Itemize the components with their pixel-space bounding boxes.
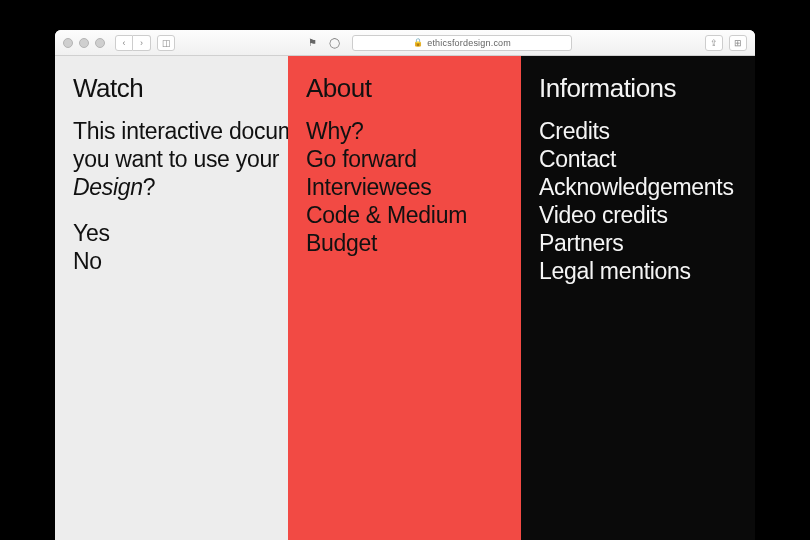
page-content: Watch This interactive documentary you w… [55,56,755,540]
browser-window: ‹ › ◫ ⚑ ◯ 🔒 ethicsfordesign.com ⇪ ⊞ Watc… [55,30,755,540]
prompt-qmark: ? [143,174,156,200]
info-item-video-credits[interactable]: Video credits [539,201,755,229]
about-title[interactable]: About [306,74,503,103]
about-list: Why? Go forward Interviewees Code & Medi… [306,117,503,257]
prompt-line: you want to use your [73,145,288,173]
option-no[interactable]: No [73,247,270,275]
watch-prompt: This interactive documentary you want to… [73,117,288,201]
url-text: ethicsfordesign.com [427,38,511,48]
prompt-italic: Design [73,174,143,200]
close-icon[interactable] [63,38,73,48]
about-item-code-medium[interactable]: Code & Medium [306,201,503,229]
option-yes[interactable]: Yes [73,219,270,247]
info-item-acknowledgements[interactable]: Acknowledgements [539,173,755,201]
browser-chrome: ‹ › ◫ ⚑ ◯ 🔒 ethicsfordesign.com ⇪ ⊞ [55,30,755,56]
about-item-interviewees[interactable]: Interviewees [306,173,503,201]
share-button[interactable]: ⇪ [705,35,723,51]
info-title[interactable]: Informations [539,74,755,103]
prompt-line: This interactive documentary [73,117,288,145]
window-controls [63,38,105,48]
forward-button[interactable]: › [133,35,151,51]
about-item-budget[interactable]: Budget [306,229,503,257]
minimize-icon[interactable] [79,38,89,48]
extension-icon[interactable]: ⚑ [308,37,317,48]
info-list: Credits Contact Acknowledgements Video c… [539,117,755,285]
info-item-credits[interactable]: Credits [539,117,755,145]
about-item-go-forward[interactable]: Go forward [306,145,503,173]
lock-icon: 🔒 [413,38,423,47]
info-item-legal-mentions[interactable]: Legal mentions [539,257,755,285]
nav-buttons: ‹ › [115,35,151,51]
about-item-why[interactable]: Why? [306,117,503,145]
info-item-partners[interactable]: Partners [539,229,755,257]
sidebar-button[interactable]: ◫ [157,35,175,51]
tabs-button[interactable]: ⊞ [729,35,747,51]
maximize-icon[interactable] [95,38,105,48]
watch-title[interactable]: Watch [73,74,270,103]
back-button[interactable]: ‹ [115,35,133,51]
info-item-contact[interactable]: Contact [539,145,755,173]
column-informations: Informations Credits Contact Acknowledge… [521,56,755,540]
column-about: About Why? Go forward Interviewees Code … [288,56,521,540]
column-watch: Watch This interactive documentary you w… [55,56,288,540]
watch-options: Yes No [73,219,270,275]
address-bar[interactable]: 🔒 ethicsfordesign.com [352,35,572,51]
prompt-line: Design? [73,173,288,201]
adblock-icon[interactable]: ◯ [329,37,340,48]
